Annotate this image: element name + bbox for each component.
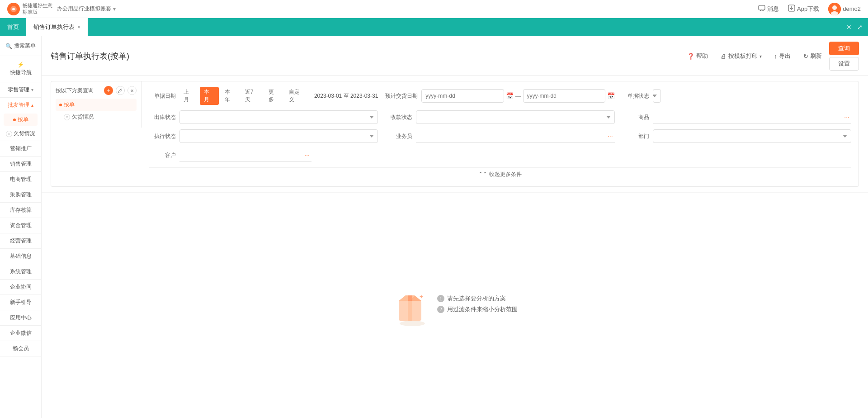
date-tab-7days[interactable]: 近7天 bbox=[241, 87, 263, 105]
sidebar-item-basic[interactable]: 基础信息 bbox=[0, 249, 41, 264]
sidebar-section-ecommerce: 电商管理 bbox=[0, 172, 41, 187]
top-bar: 畅捷通好生意 标准版 办公用品行业模拟账套 ▾ 消息 App下载 demo2 bbox=[0, 0, 868, 18]
sidebar-sub-item-order[interactable]: 按单 bbox=[4, 114, 38, 126]
svg-rect-8 bbox=[408, 295, 412, 301]
app-download-button[interactable]: App下载 bbox=[788, 5, 819, 13]
filter-row-2: 出库状态 收款状态 商品 bbox=[149, 110, 851, 124]
department-select[interactable] bbox=[653, 129, 851, 143]
refresh-icon: ↻ bbox=[803, 53, 808, 60]
collection-status-select[interactable] bbox=[416, 110, 614, 124]
logo-area: 畅捷通好生意 标准版 bbox=[7, 3, 52, 15]
settings-button[interactable]: 设置 bbox=[829, 57, 859, 71]
sidebar-item-quicknav[interactable]: ⚡ 快捷导航 bbox=[0, 58, 41, 80]
sidebar-item-enterprise[interactable]: 企业协同 bbox=[0, 280, 41, 294]
exec-status-select[interactable] bbox=[179, 129, 378, 143]
sidebar-section-newcomer: 新手引导 bbox=[0, 295, 41, 310]
empty-state-content: ✦ · 1 请先选择要分析的方案 2 用过滤条件来缩小分析范围 bbox=[392, 287, 518, 323]
print-chevron-icon: ▾ bbox=[760, 54, 762, 59]
help-button[interactable]: ❓ 帮助 bbox=[684, 50, 712, 62]
sidebar-item-system[interactable]: 系统管理 bbox=[0, 264, 41, 279]
tab-expand-button[interactable]: ⤢ bbox=[855, 22, 864, 33]
date-separator: — bbox=[515, 93, 521, 100]
date-range-value: 2023-03-01 至 2023-03-31 bbox=[314, 92, 378, 100]
date-tab-lastmonth[interactable]: 上月 bbox=[179, 87, 198, 105]
collapse-bar[interactable]: ⌃⌃ 收起更多条件 bbox=[149, 167, 851, 181]
svg-text:·: · bbox=[396, 309, 397, 313]
active-dot bbox=[13, 119, 16, 121]
date-field: 单据日期 上月 本月 本年 近7天 更多 自定义 2023-03-01 至 20… bbox=[149, 87, 378, 105]
date-tab-more[interactable]: 更多 bbox=[264, 87, 283, 105]
sidebar-item-corpwechat[interactable]: 企业微信 bbox=[0, 326, 41, 341]
edit-icon bbox=[118, 88, 123, 93]
collection-status-label: 收款状态 bbox=[385, 114, 412, 121]
scheme-item-按单[interactable]: 按单 bbox=[56, 99, 137, 111]
sidebar-item-retail[interactable]: 零售管理 ▾ bbox=[0, 82, 41, 97]
salesperson-more-button[interactable]: ··· bbox=[608, 133, 613, 140]
goods-more-button[interactable]: ··· bbox=[844, 114, 849, 121]
sidebar-item-wholesale[interactable]: 批发管理 ▴ bbox=[0, 98, 41, 113]
tab-close-window-button[interactable]: ✕ bbox=[844, 22, 854, 33]
doc-status-select[interactable] bbox=[653, 89, 661, 103]
svg-point-6 bbox=[400, 321, 425, 326]
filter-row-1: 单据日期 上月 本月 本年 近7天 更多 自定义 2023-03-01 至 20… bbox=[149, 87, 851, 105]
expected-date-end-input[interactable] bbox=[523, 89, 605, 103]
calendar-icon-2[interactable]: 📅 bbox=[607, 92, 615, 100]
user-menu[interactable]: demo2 bbox=[828, 3, 861, 15]
tab-home[interactable]: 首页 bbox=[0, 18, 26, 36]
sidebar-item-marketing[interactable]: 营销推广 bbox=[0, 141, 41, 156]
sidebar-section-retail: 零售管理 ▾ bbox=[0, 82, 41, 98]
page-actions: ❓ 帮助 🖨 按模板打印 ▾ ↑ 导出 ↻ bbox=[684, 50, 826, 62]
page-title: 销售订单执行表(按单) bbox=[51, 51, 129, 62]
calendar-icon-1[interactable]: 📅 bbox=[506, 92, 514, 100]
page-title-row: 销售订单执行表(按单) ❓ 帮助 🖨 按模板打印 ▾ ↑ bbox=[51, 42, 859, 75]
expected-date-start-input[interactable] bbox=[421, 89, 504, 103]
message-icon bbox=[758, 5, 765, 13]
refresh-button[interactable]: ↻ 刷新 bbox=[800, 50, 826, 62]
sidebar-item-sales[interactable]: 销售管理 bbox=[0, 157, 41, 171]
edit-scheme-button[interactable] bbox=[116, 86, 125, 95]
date-tab-thismonth[interactable]: 本月 bbox=[200, 87, 218, 105]
sidebar-section-wholesale: 批发管理 ▴ 按单 ○ 欠货情况 bbox=[0, 98, 41, 141]
collapse-scheme-button[interactable]: « bbox=[127, 86, 137, 95]
expected-date-field: 预计交货日期 📅 — 📅 bbox=[385, 89, 614, 103]
sidebar-item-inventory[interactable]: 库存核算 bbox=[0, 203, 41, 218]
hint-num-1: 1 bbox=[437, 295, 444, 302]
sidebar-item-newcomer[interactable]: 新手引导 bbox=[0, 295, 41, 310]
exec-status-field: 执行状态 bbox=[149, 129, 378, 143]
tab-close-icon[interactable]: × bbox=[77, 24, 80, 30]
search-menu-button[interactable]: 🔍 搜索菜单 bbox=[4, 40, 38, 52]
scheme-sub-item-欠货情况[interactable]: ○ 欠货情况 bbox=[56, 111, 137, 123]
sidebar-item-operations[interactable]: 经营管理 bbox=[0, 233, 41, 248]
export-button[interactable]: ↑ 导出 bbox=[771, 50, 795, 62]
sidebar-item-finance[interactable]: 资金管理 bbox=[0, 218, 41, 233]
expected-date-label: 预计交货日期 bbox=[385, 92, 418, 100]
sidebar-sub-item-debt[interactable]: ○ 欠货情况 bbox=[0, 127, 41, 141]
sidebar-item-purchase[interactable]: 采购管理 bbox=[0, 187, 41, 202]
active-scheme-dot bbox=[59, 104, 62, 106]
doc-status-field: 单据状态 bbox=[622, 89, 851, 103]
sidebar-item-ecommerce[interactable]: 电商管理 bbox=[0, 172, 41, 187]
customer-label: 客户 bbox=[149, 152, 176, 159]
customer-more-button[interactable]: ··· bbox=[304, 152, 310, 159]
tab-sales-order-exec[interactable]: 销售订单执行表 × bbox=[26, 18, 88, 36]
date-tab-custom[interactable]: 自定义 bbox=[285, 87, 309, 105]
sidebar-item-member[interactable]: 畅会员 bbox=[0, 341, 41, 356]
download-icon bbox=[788, 5, 795, 13]
add-scheme-button[interactable]: + bbox=[104, 86, 113, 95]
ring-icon: ○ bbox=[64, 114, 70, 120]
main-layout: 🔍 搜索菜单 ⚡ 快捷导航 零售管理 ▾ 批发管理 ▴ 按单 bbox=[0, 36, 868, 418]
print-button[interactable]: 🖨 按模板打印 ▾ bbox=[717, 50, 765, 62]
query-button[interactable]: 查询 bbox=[829, 42, 859, 55]
sidebar-section-marketing: 营销推广 bbox=[0, 141, 41, 157]
sidebar-section-member: 畅会员 bbox=[0, 341, 41, 356]
sidebar-item-appcenter[interactable]: 应用中心 bbox=[0, 310, 41, 325]
chevron-down-icon[interactable]: ▾ bbox=[113, 6, 116, 12]
shipment-status-select[interactable] bbox=[179, 110, 378, 124]
logo-icon bbox=[7, 3, 20, 15]
message-button[interactable]: 消息 bbox=[758, 5, 779, 13]
top-bar-left: 畅捷通好生意 标准版 办公用品行业模拟账套 ▾ bbox=[7, 3, 116, 15]
shipment-status-label: 出库状态 bbox=[149, 114, 176, 121]
date-tab-thisyear[interactable]: 本年 bbox=[221, 87, 239, 105]
filter-section: 按以下方案查询 + « 按单 ○ bbox=[51, 81, 859, 187]
empty-state: ✦ · 1 请先选择要分析的方案 2 用过滤条件来缩小分析范围 bbox=[42, 193, 868, 418]
